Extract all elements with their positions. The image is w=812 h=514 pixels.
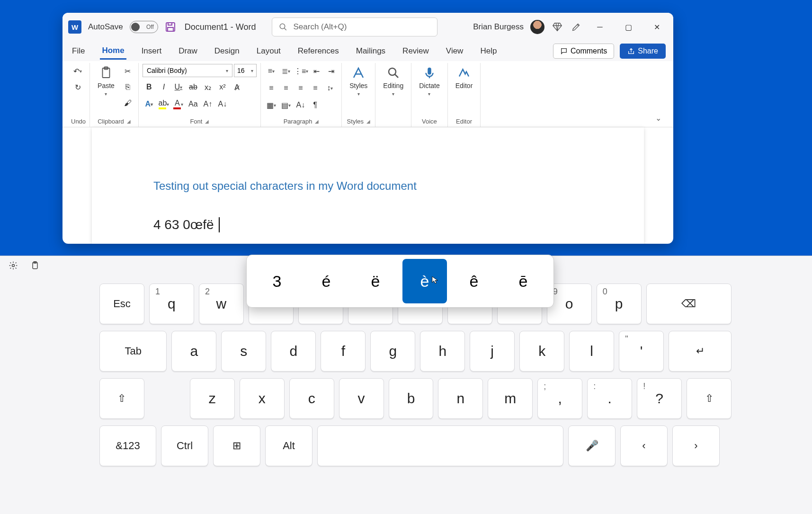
text-effects-button[interactable]: A▾ xyxy=(143,97,156,111)
menu-insert[interactable]: Insert xyxy=(140,44,164,59)
highlight-button[interactable]: ab▾ xyxy=(157,97,170,111)
align-right-button[interactable]: ≡ xyxy=(294,81,307,95)
bullets-button[interactable]: ≡▾ xyxy=(265,64,278,78)
cut-button[interactable]: ✂ xyxy=(121,64,134,78)
clear-format-button[interactable]: A̷ xyxy=(231,80,244,94)
editing-button[interactable]: Editing▾ xyxy=(379,64,407,98)
key-⇧[interactable]: ⇧ xyxy=(99,378,144,419)
key-.[interactable]: :. xyxy=(587,378,632,419)
key-⌫[interactable]: ⌫ xyxy=(646,284,732,324)
search-input[interactable]: Search (Alt+Q) xyxy=(272,18,437,36)
key-a[interactable]: a xyxy=(171,331,216,372)
accent-option-ê[interactable]: ê xyxy=(452,259,496,303)
key-Ctrl[interactable]: Ctrl xyxy=(161,425,208,466)
font-color-button[interactable]: A▾ xyxy=(172,97,185,111)
key-d[interactable]: d xyxy=(271,331,316,372)
key-b[interactable]: b xyxy=(389,378,434,419)
accent-option-ë[interactable]: ë xyxy=(353,259,398,303)
key-‹[interactable]: ‹ xyxy=(620,425,668,466)
key-x[interactable]: x xyxy=(240,378,285,419)
keyboard-settings-icon[interactable] xyxy=(9,261,18,272)
bold-button[interactable]: B xyxy=(143,80,156,94)
key-q[interactable]: 1q xyxy=(149,284,194,324)
sort-button[interactable]: A↓ xyxy=(294,98,307,112)
close-button[interactable]: ✕ xyxy=(646,19,668,35)
minimize-button[interactable]: ─ xyxy=(589,19,611,35)
menu-help[interactable]: Help xyxy=(478,44,499,59)
save-icon[interactable] xyxy=(165,21,176,33)
format-painter-button[interactable]: 🖌 xyxy=(121,96,134,110)
autosave-toggle[interactable]: Off xyxy=(130,21,158,33)
key-&123[interactable]: &123 xyxy=(99,425,156,466)
subscript-button[interactable]: x₂ xyxy=(201,80,214,94)
menu-view[interactable]: View xyxy=(444,44,465,59)
key-?[interactable]: !? xyxy=(637,378,682,419)
change-case-button[interactable]: Aa xyxy=(187,97,200,111)
justify-button[interactable]: ≡ xyxy=(309,81,322,95)
maximize-button[interactable]: ▢ xyxy=(617,19,639,35)
key-z[interactable]: z xyxy=(190,378,235,419)
key-c[interactable]: c xyxy=(289,378,334,419)
menu-draw[interactable]: Draw xyxy=(177,44,199,59)
key-Esc[interactable]: Esc xyxy=(99,284,144,324)
key-⊞[interactable]: ⊞ xyxy=(213,425,260,466)
menu-home[interactable]: Home xyxy=(100,43,126,60)
key-'[interactable]: "' xyxy=(619,331,664,372)
key-🎤[interactable]: 🎤 xyxy=(568,425,616,466)
comments-button[interactable]: Comments xyxy=(553,44,614,59)
shading-button[interactable]: ▦▾ xyxy=(265,98,278,112)
strike-button[interactable]: ab xyxy=(187,80,200,94)
key-,[interactable]: ;, xyxy=(537,378,582,419)
key-Tab[interactable]: Tab xyxy=(99,331,167,372)
menu-references[interactable]: References xyxy=(296,44,341,59)
share-button[interactable]: Share xyxy=(620,44,666,59)
key-space[interactable] xyxy=(317,425,563,466)
font-size-select[interactable]: 16▾ xyxy=(234,64,257,77)
menu-review[interactable]: Review xyxy=(401,44,431,59)
undo-button[interactable]: ↶▾ xyxy=(71,64,84,78)
key-g[interactable]: g xyxy=(370,331,415,372)
collapse-ribbon-button[interactable]: ⌄ xyxy=(651,111,665,125)
grow-font-button[interactable]: A↑ xyxy=(201,97,214,111)
key-l[interactable]: l xyxy=(569,331,614,372)
decrease-indent-button[interactable]: ⇤ xyxy=(310,64,323,78)
key-›[interactable]: › xyxy=(672,425,720,466)
italic-button[interactable]: I xyxy=(157,80,170,94)
redo-button[interactable]: ↻ xyxy=(71,80,84,94)
key-⇧[interactable]: ⇧ xyxy=(687,378,732,419)
avatar[interactable] xyxy=(530,20,544,34)
menu-design[interactable]: Design xyxy=(213,44,241,59)
dictate-button[interactable]: Dictate▾ xyxy=(415,64,444,98)
paste-button[interactable]: Paste▾ xyxy=(94,64,118,98)
align-center-button[interactable]: ≡ xyxy=(279,81,293,95)
key-s[interactable]: s xyxy=(221,331,266,372)
line-spacing-button[interactable]: ↕▾ xyxy=(323,81,337,95)
accent-option-3[interactable]: 3 xyxy=(255,259,299,303)
key-v[interactable]: v xyxy=(339,378,384,419)
shrink-font-button[interactable]: A↓ xyxy=(216,97,229,111)
key-m[interactable]: m xyxy=(488,378,533,419)
accent-option-è[interactable]: è xyxy=(402,259,447,303)
menu-file[interactable]: File xyxy=(70,44,87,59)
menu-mailings[interactable]: Mailings xyxy=(354,44,387,59)
key-n[interactable]: n xyxy=(438,378,483,419)
multilevel-button[interactable]: ⋮≡▾ xyxy=(294,64,308,78)
key-f[interactable]: f xyxy=(321,331,366,372)
key-p[interactable]: 0p xyxy=(597,284,642,324)
key-↵[interactable]: ↵ xyxy=(669,331,732,372)
font-name-select[interactable]: Calibri (Body)▾ xyxy=(143,64,232,77)
document-canvas[interactable]: Testing out special characters in my Wor… xyxy=(92,127,644,244)
editor-button[interactable]: Editor xyxy=(452,64,477,91)
key-k[interactable]: k xyxy=(519,331,564,372)
diamond-icon[interactable] xyxy=(551,21,563,33)
styles-button[interactable]: Styles▾ xyxy=(346,64,371,98)
accent-option-ē[interactable]: ē xyxy=(501,259,545,303)
key-h[interactable]: h xyxy=(420,331,465,372)
keyboard-clipboard-icon[interactable] xyxy=(30,261,40,272)
underline-button[interactable]: U▾ xyxy=(172,80,185,94)
show-marks-button[interactable]: ¶ xyxy=(309,98,322,112)
increase-indent-button[interactable]: ⇥ xyxy=(324,64,338,78)
menu-layout[interactable]: Layout xyxy=(255,44,283,59)
key-w[interactable]: 2w xyxy=(199,284,244,324)
numbering-button[interactable]: ≣▾ xyxy=(279,64,293,78)
